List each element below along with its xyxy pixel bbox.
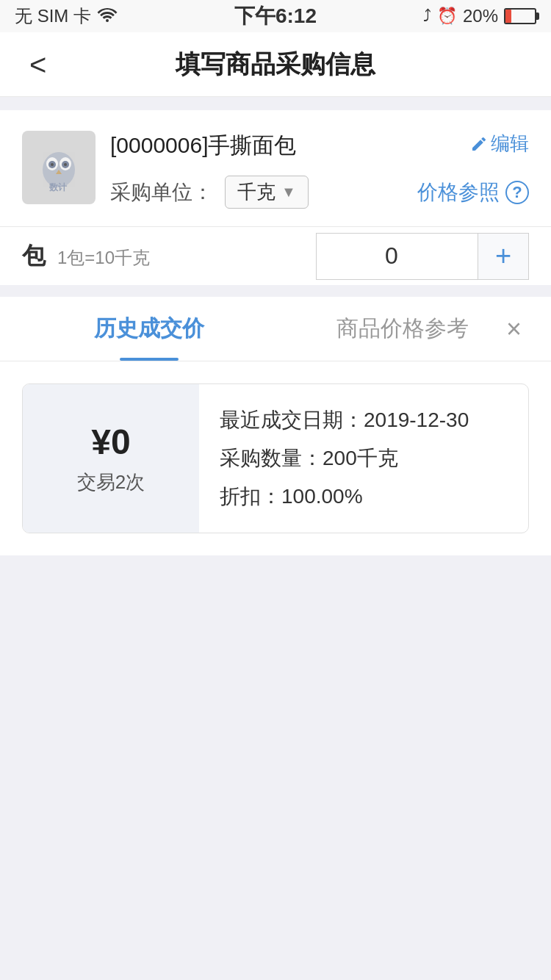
svg-point-6: [64, 163, 67, 166]
quantity-input[interactable]: [316, 233, 478, 280]
tab-history-price[interactable]: 历史成交价: [22, 297, 276, 361]
purchase-qty-label: 采购数量：: [220, 447, 323, 469]
alarm-icon: ⏰: [437, 7, 457, 26]
purchase-qty-value: 200千克: [323, 447, 398, 469]
unit-label: 采购单位：: [110, 179, 213, 206]
product-image: 数计: [22, 131, 96, 204]
status-right: ⤴ ⏰ 20%: [423, 6, 536, 26]
history-recent-date-row: 最近成交日期：2019-12-30: [220, 406, 508, 434]
help-icon: ?: [505, 181, 529, 204]
unit-select[interactable]: 千克 ▼: [225, 176, 309, 209]
qty-conversion: 1包=10千克: [57, 246, 150, 270]
product-name: [0000006]手撕面包: [110, 131, 470, 161]
nav-bar: < 填写商品采购信息: [0, 32, 551, 97]
panel-close-button[interactable]: ×: [499, 306, 529, 352]
battery-icon: [504, 8, 536, 24]
page-title: 填写商品采购信息: [176, 48, 375, 82]
qty-unit-label: 包: [22, 240, 46, 273]
history-quantity-row: 采购数量：200千克: [220, 444, 508, 472]
qty-plus-button[interactable]: +: [478, 233, 529, 280]
status-left: 无 SIM 卡: [15, 4, 118, 28]
history-content: ¥0 交易2次 最近成交日期：2019-12-30 采购数量：200千克 折扣：…: [0, 361, 551, 555]
edit-button[interactable]: 编辑: [470, 131, 529, 156]
qty-input-wrap: +: [316, 233, 529, 280]
back-button[interactable]: <: [22, 43, 54, 87]
discount-value: 100.00%: [281, 485, 363, 508]
tab-history-label: 历史成交价: [94, 314, 204, 344]
recent-date-label: 最近成交日期：: [220, 408, 364, 431]
price-ref-button[interactable]: 价格参照 ?: [417, 179, 529, 206]
status-time: 下午6:12: [234, 2, 317, 30]
bottom-panel: 历史成交价 商品价格参考 × ¥0 交易2次 最近成交日期：2019-12-30…: [0, 297, 551, 555]
chevron-down-icon: ▼: [281, 184, 296, 201]
svg-point-5: [51, 163, 54, 166]
history-trades-count: 交易2次: [77, 469, 145, 495]
discount-label: 折扣：: [220, 485, 281, 508]
wifi-icon: [97, 6, 118, 26]
recent-date-value: 2019-12-30: [364, 408, 469, 431]
history-price-section: ¥0 交易2次: [23, 384, 199, 533]
history-details-section: 最近成交日期：2019-12-30 采购数量：200千克 折扣：100.00%: [199, 384, 528, 533]
history-card: ¥0 交易2次 最近成交日期：2019-12-30 采购数量：200千克 折扣：…: [22, 383, 529, 533]
quantity-row: 包 1包=10千克 +: [0, 226, 551, 285]
tab-price-ref-label: 商品价格参考: [336, 314, 469, 344]
carrier-text: 无 SIM 卡: [15, 4, 91, 28]
tabs-row: 历史成交价 商品价格参考 ×: [0, 297, 551, 361]
svg-text:数计: 数计: [48, 182, 68, 192]
history-discount-row: 折扣：100.00%: [220, 483, 508, 511]
tab-price-ref[interactable]: 商品价格参考: [276, 297, 529, 361]
section-divider: [0, 285, 551, 297]
tab-active-indicator: [120, 358, 179, 361]
product-info: [0000006]手撕面包 编辑 采购单位： 千克 ▼ 价格参照 ?: [110, 131, 529, 209]
status-bar: 无 SIM 卡 下午6:12 ⤴ ⏰ 20%: [0, 0, 551, 32]
battery-percent: 20%: [463, 6, 498, 26]
history-price-value: ¥0: [91, 422, 130, 462]
product-card: 数计 [0000006]手撕面包 编辑 采购单位： 千克 ▼ 价格参照 ?: [0, 110, 551, 226]
location-icon: ⤴: [423, 7, 431, 26]
